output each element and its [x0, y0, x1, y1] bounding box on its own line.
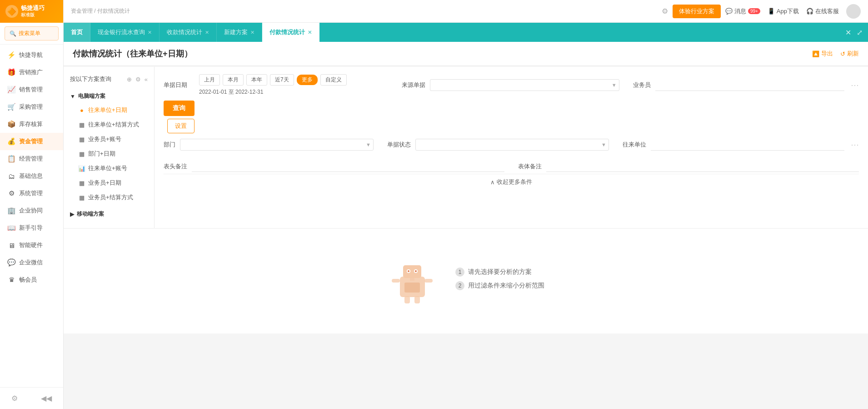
- add-scheme-icon[interactable]: ⊕: [127, 76, 132, 83]
- tab-receipts[interactable]: 收款情况统计 ✕: [160, 23, 217, 42]
- scheme-item-partner-date[interactable]: ● 往来单位+日期: [64, 103, 154, 117]
- sidebar-item-system[interactable]: ⚙ 系统管理: [0, 185, 63, 202]
- close-payment-tab[interactable]: ✕: [308, 30, 312, 35]
- scheme-item-salesperson-settlement[interactable]: ▦ 业务员+结算方式: [64, 190, 154, 205]
- tab-new-plan[interactable]: 新建方案 ✕: [217, 23, 262, 42]
- svg-rect-6: [410, 278, 414, 281]
- partner-more-icon[interactable]: ⋯: [851, 140, 859, 150]
- tab-controls: ✕ ⤢: [840, 23, 868, 42]
- guide-icon: 📖: [7, 224, 15, 232]
- sidebar-item-operations[interactable]: 📋 经营管理: [0, 150, 63, 167]
- logo-text: 畅捷通巧 标准版: [21, 5, 45, 18]
- svg-point-5: [415, 270, 417, 272]
- collapse-filter-button[interactable]: ∧ 收起更多条件: [164, 174, 859, 190]
- purchase-icon: 🛒: [7, 103, 15, 111]
- salesperson-input[interactable]: [655, 80, 844, 91]
- filter-and-panel: 按以下方案查询 ⊕ ⚙ « ▼ 电脑端方案 ●: [64, 67, 868, 228]
- page-content: 付款情况统计（往来单位+日期） 🔼 导出 ↺ 刷新 按以下方案查询: [64, 42, 868, 409]
- source-select-wrap: ▼: [430, 79, 619, 91]
- basic-icon: 🗂: [7, 172, 15, 180]
- close-bank-tab[interactable]: ✕: [148, 30, 152, 35]
- empty-tips: 1 请先选择要分析的方案 2 用过滤条件来缩小分析范围: [455, 268, 544, 295]
- scheme-item-salesperson-account[interactable]: ▦ 业务员+账号: [64, 132, 154, 146]
- export-button[interactable]: 🔼 导出: [812, 50, 833, 58]
- sidebar-item-marketing[interactable]: 🎁 营销推广: [0, 64, 63, 81]
- query-button[interactable]: 查询: [164, 101, 195, 116]
- chevron-up-icon: ∧: [490, 179, 495, 186]
- svg-rect-7: [392, 279, 400, 283]
- mobile-scheme-group-title[interactable]: ▶ 移动端方案: [64, 207, 154, 221]
- last-month-btn[interactable]: 上月: [199, 74, 220, 86]
- scheme-item-partner-settlement[interactable]: ▦ 往来单位+结算方式: [64, 117, 154, 132]
- chevron-right-icon: ▶: [70, 211, 74, 217]
- body-note-label: 表体备注: [518, 162, 542, 171]
- svg-rect-11: [404, 283, 420, 293]
- dept-select[interactable]: [180, 139, 374, 151]
- tab-payment[interactable]: 付款情况统计 ✕: [262, 23, 319, 42]
- pc-scheme-group-title[interactable]: ▼ 电脑端方案: [64, 90, 154, 103]
- tab-bank[interactable]: 现金银行流水查询 ✕: [90, 23, 160, 42]
- sidebar-item-enterprise[interactable]: 🏢 企业协同: [0, 202, 63, 219]
- source-select[interactable]: [430, 79, 619, 91]
- sidebar-item-guide[interactable]: 📖 新手引导: [0, 219, 63, 237]
- collapse-panel-icon[interactable]: «: [145, 76, 148, 83]
- main-content: 资金管理 / 付款情况统计 ⚙ 体验行业方案 💬 消息 99+ 📱 App下载 …: [64, 0, 868, 409]
- scheme-item-dept-date[interactable]: ▦ 部门+日期: [64, 146, 154, 161]
- query-actions: 查询 设置: [164, 101, 195, 133]
- mobile-scheme-group: ▶ 移动端方案: [64, 207, 154, 221]
- sidebar-item-purchase[interactable]: 🛒 采购管理: [0, 98, 63, 116]
- voucher-status-label: 单据状态: [387, 141, 411, 149]
- panel-title-label: 按以下方案查询: [70, 75, 111, 83]
- tab-bar: 首页 现金银行流水查询 ✕ 收款情况统计 ✕ 新建方案 ✕ 付款情况统计 ✕ ✕…: [64, 23, 868, 42]
- close-new-plan-tab[interactable]: ✕: [250, 30, 254, 35]
- expand-tab-icon[interactable]: ⤢: [857, 28, 863, 37]
- sidebar-item-finance[interactable]: 💰 资金管理: [0, 133, 63, 150]
- sidebar-item-basic[interactable]: 🗂 基础信息: [0, 167, 63, 185]
- header-note-input[interactable]: [192, 161, 504, 172]
- this-month-btn[interactable]: 本月: [223, 74, 244, 86]
- pc-scheme-group: ▼ 电脑端方案 ● 往来单位+日期 ▦ 往来单位+结算方式 ▦: [64, 90, 154, 205]
- message-action[interactable]: 💬 消息 99+: [725, 7, 760, 15]
- body-note-input[interactable]: [546, 161, 859, 172]
- sidebar-item-sales[interactable]: 📈 销售管理: [0, 81, 63, 98]
- last-7days-btn[interactable]: 近7天: [270, 74, 294, 86]
- sidebar-item-inventory[interactable]: 📦 库存核算: [0, 116, 63, 133]
- close-receipts-tab[interactable]: ✕: [205, 30, 209, 35]
- sidebar-item-vip[interactable]: ♛ 畅会员: [0, 271, 63, 288]
- custom-date-btn[interactable]: 自定义: [320, 74, 347, 86]
- trial-button[interactable]: 体验行业方案: [673, 5, 721, 18]
- header-settings-icon[interactable]: ⚙: [662, 7, 668, 15]
- search-menu-button[interactable]: 🔍 搜索菜单: [5, 26, 59, 40]
- partner-input[interactable]: [651, 139, 844, 151]
- scheme-item-salesperson-date[interactable]: ▦ 业务员+日期: [64, 176, 154, 190]
- settings-scheme-icon[interactable]: ⚙: [135, 76, 141, 83]
- date-range-display: 2022-01-01 至 2022-12-31: [199, 88, 263, 96]
- page-title: 付款情况统计（往来单位+日期）: [73, 48, 192, 59]
- filter-row-1: 单据日期 上月 本月 本年 近7天 更多 自定义 2022-01-01 至 20…: [164, 74, 859, 133]
- this-year-btn[interactable]: 本年: [246, 74, 267, 86]
- more-date-btn[interactable]: 更多: [297, 75, 318, 85]
- filter-row-2: 部门 ▼ 单据状态 ▼ 往来单位: [164, 139, 859, 155]
- salesperson-more-icon[interactable]: ⋯: [851, 80, 859, 90]
- voucher-status-select[interactable]: [415, 139, 609, 151]
- refresh-button[interactable]: ↺ 刷新: [840, 50, 859, 58]
- collapse-sidebar-icon[interactable]: ◀◀: [38, 391, 55, 405]
- user-avatar[interactable]: [846, 4, 861, 19]
- customer-service-action[interactable]: 🎧 在线客服: [806, 7, 839, 15]
- sidebar-item-hardware[interactable]: 🖥 智能硬件: [0, 237, 63, 254]
- sidebar-item-wechat[interactable]: 💬 企业微信: [0, 254, 63, 271]
- tab-home[interactable]: 首页: [64, 23, 90, 42]
- sidebar-search-area: 🔍 搜索菜单: [0, 23, 63, 45]
- svg-rect-10: [414, 296, 420, 303]
- settings-bottom-icon[interactable]: ⚙: [9, 391, 20, 405]
- close-all-tabs-icon[interactable]: ✕: [845, 28, 851, 37]
- settings-button[interactable]: 设置: [167, 119, 195, 133]
- sidebar-nav: ⚡ 快捷导航 🎁 营销推广 📈 销售管理 🛒 采购管理 📦 库存核算 💰 资金管…: [0, 45, 63, 387]
- left-panel: 按以下方案查询 ⊕ ⚙ « ▼ 电脑端方案 ●: [64, 67, 155, 228]
- app-logo: 🔶 畅捷通巧 标准版: [0, 0, 63, 23]
- app-download-action[interactable]: 📱 App下载: [768, 7, 799, 15]
- message-badge: 99+: [748, 8, 760, 14]
- scheme-item-partner-account[interactable]: 📊 往来单位+账号: [64, 161, 154, 176]
- sidebar-item-quick-nav[interactable]: ⚡ 快捷导航: [0, 46, 63, 64]
- operations-icon: 📋: [7, 155, 15, 163]
